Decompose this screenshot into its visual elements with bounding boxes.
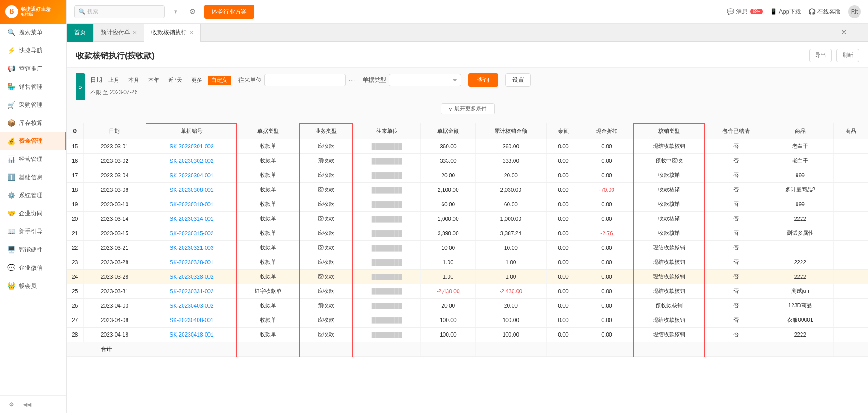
cell-cash-discount: 0.00 bbox=[580, 241, 633, 255]
expand-conditions-btn[interactable]: ∨ 展开更多条件 bbox=[441, 103, 495, 114]
tab-prepay[interactable]: 预计应付单 × bbox=[94, 24, 144, 42]
sidebar-item-finance[interactable]: 💰 资金管理 bbox=[0, 132, 66, 150]
online-service-btn[interactable]: 🎧 在线客服 bbox=[808, 8, 841, 16]
cell-voucher-no[interactable]: SK-20230315-002 bbox=[146, 226, 237, 241]
cell-voucher-no[interactable]: SK-20230308-001 bbox=[146, 183, 237, 197]
sidebar-item-marketing[interactable]: 📢 营销推广 bbox=[0, 60, 66, 78]
cell-include-settled: 否 bbox=[705, 241, 767, 255]
filter-voucher-type-item: 单据类型 bbox=[363, 74, 461, 86]
sidebar-item-inventory[interactable]: 📦 库存核算 bbox=[0, 114, 66, 132]
sidebar-item-hardware[interactable]: 🖥️ 智能硬件 bbox=[0, 241, 66, 259]
last-7days-btn[interactable]: 近7天 bbox=[165, 76, 186, 85]
cell-writeoff-type: 收款核销 bbox=[633, 226, 705, 241]
cell-balance: 0.00 bbox=[546, 255, 580, 270]
cell-voucher-no[interactable]: SK-20230321-003 bbox=[146, 241, 237, 255]
sidebar-item-member[interactable]: 👑 畅会员 bbox=[0, 277, 66, 295]
cell-voucher-no[interactable]: SK-20230331-002 bbox=[146, 284, 237, 299]
this-month-btn[interactable]: 本月 bbox=[125, 76, 143, 85]
tab-writeoff-close[interactable]: × bbox=[189, 29, 193, 36]
custom-date-btn[interactable]: 自定义 bbox=[208, 76, 231, 85]
cell-voucher-no[interactable]: SK-20230310-001 bbox=[146, 197, 237, 212]
cell-include-settled: 否 bbox=[705, 299, 767, 313]
cell-voucher-no[interactable]: SK-20230302-002 bbox=[146, 154, 237, 168]
filter-toggle-btn[interactable]: » bbox=[76, 73, 85, 100]
total-writeoff-type bbox=[633, 342, 705, 357]
sidebar-item-label: 系统管理 bbox=[19, 191, 42, 199]
cell-biz-type: 预收款 bbox=[299, 154, 353, 168]
cell-voucher-no[interactable]: SK-20230328-002 bbox=[146, 270, 237, 284]
query-button[interactable]: 查询 bbox=[468, 73, 498, 87]
cell-include-settled: 否 bbox=[705, 313, 767, 328]
cell-total-writeoff: 60.00 bbox=[476, 197, 547, 212]
cell-amount: 1.00 bbox=[421, 270, 476, 284]
cell-voucher-type: 收款单 bbox=[237, 313, 299, 328]
refresh-button[interactable]: 刷新 bbox=[836, 49, 859, 62]
topbar-dropdown-btn[interactable]: ▾ bbox=[170, 6, 181, 17]
topbar-gear-btn[interactable]: ⚙ bbox=[186, 5, 199, 18]
cell-amount: 333.00 bbox=[421, 154, 476, 168]
cell-voucher-no[interactable]: SK-20230304-001 bbox=[146, 168, 237, 183]
table-row: 282023-04-18SK-20230418-001收款单应收款███████… bbox=[67, 328, 868, 342]
user-avatar[interactable]: Rit bbox=[848, 5, 861, 18]
sidebar-item-guide[interactable]: 📖 新手引导 bbox=[0, 223, 66, 241]
cell-voucher-type: 收款单 bbox=[237, 212, 299, 226]
sidebar-item-purchase[interactable]: 🛒 采购管理 bbox=[0, 96, 66, 114]
this-year-btn[interactable]: 本年 bbox=[145, 76, 163, 85]
partner-input[interactable] bbox=[264, 74, 346, 86]
app-download-btn[interactable]: 📱 App下载 bbox=[770, 8, 801, 16]
settings-icon: ⚙ bbox=[72, 128, 77, 134]
th-voucher-no: 单据编号 bbox=[146, 123, 237, 139]
sidebar-item-management[interactable]: 📊 经营管理 bbox=[0, 150, 66, 168]
cell-partner: ████████ bbox=[353, 241, 421, 255]
cell-product: 999 bbox=[767, 197, 834, 212]
tab-writeoff[interactable]: 收款核销执行 × bbox=[144, 24, 201, 42]
sidebar-item-basic[interactable]: ℹ️ 基础信息 bbox=[0, 168, 66, 186]
tab-fullscreen-btn[interactable]: ⛶ bbox=[852, 26, 864, 39]
cell-voucher-type: 收款单 bbox=[237, 183, 299, 197]
th-settings[interactable]: ⚙ bbox=[67, 123, 83, 139]
last-month-btn[interactable]: 上月 bbox=[105, 76, 123, 85]
cell-voucher-no[interactable]: SK-20230301-002 bbox=[146, 139, 237, 154]
more-date-btn[interactable]: 更多 bbox=[188, 76, 206, 85]
th-product: 商品 bbox=[767, 123, 834, 139]
filter-date-btns: 上月 本月 本年 近7天 更多 自定义 bbox=[105, 76, 231, 85]
sidebar-item-shortcut[interactable]: ⚡ 快捷导航 bbox=[0, 42, 66, 60]
cell-cash-discount: 0.00 bbox=[580, 299, 633, 313]
cell-voucher-no[interactable]: SK-20230328-001 bbox=[146, 255, 237, 270]
sidebar-item-collab[interactable]: 🤝 企业协同 bbox=[0, 204, 66, 223]
solution-button[interactable]: 体验行业方案 bbox=[204, 5, 254, 19]
cell-balance: 0.00 bbox=[546, 183, 580, 197]
sidebar-item-system[interactable]: ⚙️ 系统管理 bbox=[0, 186, 66, 204]
cell-include-settled: 否 bbox=[705, 139, 767, 154]
messages-btn[interactable]: 💬 消息 99+ bbox=[727, 8, 763, 16]
sidebar-item-wechat[interactable]: 💬 企业微信 bbox=[0, 259, 66, 277]
tab-close-btn[interactable]: ✕ bbox=[837, 26, 850, 39]
tab-home[interactable]: 首页 bbox=[67, 24, 94, 42]
th-total-writeoff: 累计核销金额 bbox=[476, 123, 547, 139]
cell-voucher-type: 收款单 bbox=[237, 168, 299, 183]
cell-voucher-no[interactable]: SK-20230403-002 bbox=[146, 299, 237, 313]
th-biz-type: 业务类型 bbox=[299, 123, 353, 139]
box-icon: 📦 bbox=[7, 119, 15, 127]
cell-product: 2222 bbox=[767, 212, 834, 226]
export-button[interactable]: 导出 bbox=[809, 49, 832, 62]
tab-writeoff-label: 收款核销执行 bbox=[151, 28, 187, 37]
partner-dots: ··· bbox=[349, 76, 355, 85]
sidebar-item-label: 快捷导航 bbox=[19, 47, 42, 55]
cell-writeoff-type: 收款核销 bbox=[633, 212, 705, 226]
topbar-search-wrapper[interactable]: 🔍 搜索 bbox=[74, 5, 165, 18]
cell-product2 bbox=[834, 284, 868, 299]
sidebar-item-search[interactable]: 🔍 搜索菜单 bbox=[0, 24, 66, 42]
setting-button[interactable]: 设置 bbox=[505, 73, 531, 87]
cell-voucher-no[interactable]: SK-20230418-001 bbox=[146, 328, 237, 342]
cell-date: 2023-03-15 bbox=[83, 226, 146, 241]
sidebar-collapse-btn[interactable]: ◀◀ bbox=[19, 399, 35, 409]
cell-voucher-no[interactable]: SK-20230408-001 bbox=[146, 313, 237, 328]
voucher-type-select[interactable] bbox=[389, 74, 461, 86]
cell-voucher-no[interactable]: SK-20230314-001 bbox=[146, 212, 237, 226]
tab-prepay-close[interactable]: × bbox=[133, 29, 137, 36]
sidebar-item-sales[interactable]: 🏪 销售管理 bbox=[0, 78, 66, 96]
cell-no: 15 bbox=[67, 139, 83, 154]
cell-include-settled: 否 bbox=[705, 255, 767, 270]
sidebar-settings-btn[interactable]: ⚙ bbox=[5, 399, 18, 409]
